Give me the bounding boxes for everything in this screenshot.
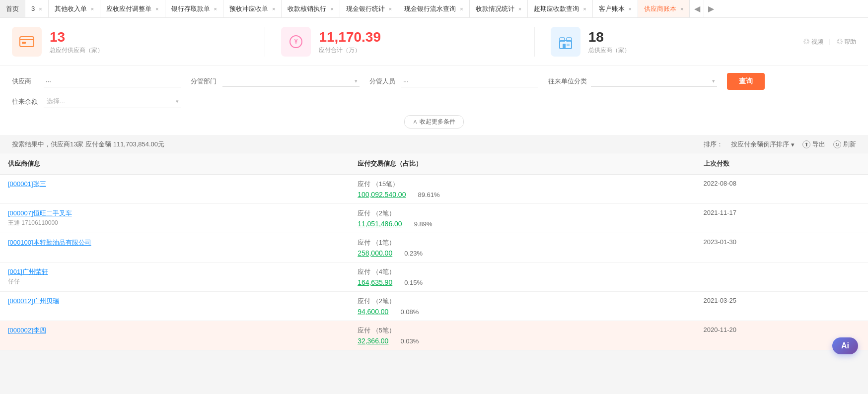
close-icon-other-income[interactable]: × [91, 6, 94, 12]
summary-card-supplier-payable: 13 总应付供应商（家） [12, 27, 265, 57]
nav-label-customer-ledger: 客户账本 [599, 4, 625, 13]
summary-card-total-payable: ¥ 11,170.39 应付合计（万） [281, 27, 534, 57]
tx-amount-link[interactable]: 11,051,486.00 [358, 220, 402, 228]
nav-item-collection[interactable]: 收款核销执行 × [282, 0, 340, 17]
close-icon-3[interactable]: × [39, 6, 42, 12]
close-icon-customer-ledger[interactable]: × [629, 6, 632, 12]
close-icon-supplier-ledger[interactable]: × [680, 6, 683, 12]
close-icon-prepay[interactable]: × [272, 6, 275, 12]
tx-amount-link[interactable]: 164,635.90 [358, 278, 392, 286]
nav-item-other-income[interactable]: 其他收入单 × [49, 0, 100, 17]
balance-select[interactable]: 选择... ▾ [44, 95, 181, 108]
svg-rect-9 [563, 44, 566, 49]
tx-amount-link[interactable]: 100,092,540.00 [358, 191, 406, 198]
help-link[interactable]: ◎ 帮助 [837, 38, 856, 46]
export-button[interactable]: ⬆ 导出 [802, 140, 825, 149]
close-icon-bank-deposit[interactable]: × [214, 6, 217, 12]
tx-info-cell: 应付 （2笔） 11,051,486.00 9.89% [350, 204, 695, 233]
tx-count: 应付 （15笔） [358, 180, 687, 189]
tx-amount-link[interactable]: 94,600.00 [358, 308, 388, 316]
tx-amount-link[interactable]: 258,000.00 [358, 249, 392, 257]
nav-label-bank-deposit: 银行存取款单 [171, 4, 210, 13]
close-icon-collection[interactable]: × [330, 6, 333, 12]
summary-value-2: 11,170.39 [319, 29, 381, 46]
person-input[interactable] [401, 75, 538, 87]
supplier-input[interactable] [44, 75, 181, 87]
last-payment-date: 2022-08-08 [704, 180, 737, 187]
total-supplier-icon [551, 27, 580, 57]
video-link[interactable]: ◎ 视频 [803, 38, 823, 46]
table-row: [001]广州荣轩 仔仔 应付 （4笔） 164,635.90 0.15% [0, 263, 868, 292]
nav-label-overdue: 超期应收款查询 [534, 4, 579, 13]
th-tx-info: 应付交易信息（占比） [350, 153, 695, 175]
nav-item-home[interactable]: 首页 [0, 0, 25, 17]
export-label: 导出 [812, 140, 825, 149]
nav-item-overdue[interactable]: 超期应收款查询 × [528, 0, 592, 17]
table-row: [000002]李四 应付 （5笔） 32,366.00 0.03% 2020-… [0, 321, 868, 350]
supplier-link[interactable]: [000001]张三 [8, 180, 46, 188]
supplier-link[interactable]: [000002]李四 [8, 327, 46, 334]
summary-info-2: 11,170.39 应付合计（万） [319, 29, 381, 55]
supplier-info-cell: [000100]本特勤油品有限公司 [0, 233, 350, 263]
tx-percent: 0.08% [400, 308, 419, 316]
person-filter-label: 分管人员 [369, 77, 397, 86]
nav-label-collection: 收款核销执行 [288, 4, 326, 13]
query-button[interactable]: 查询 [727, 73, 765, 90]
nav-item-bank-deposit[interactable]: 银行存取款单 × [165, 0, 223, 17]
nav-item-cash-bank-stat[interactable]: 现金银行统计 × [340, 0, 398, 17]
nav-item-receipt-stat[interactable]: 收款情况统计 × [470, 0, 528, 17]
svg-rect-3 [22, 42, 26, 44]
results-text: 搜索结果中，供应商13家 应付金额 111,703,854.00元 [12, 140, 164, 148]
tx-amount-link[interactable]: 32,366.00 [358, 337, 388, 345]
last-payment-date: 2023-01-30 [704, 238, 737, 246]
ai-button[interactable]: Ai [832, 337, 858, 350]
results-actions: 排序： 按应付余额倒序排序 ▾ ⬆ 导出 ↻ 刷新 [704, 140, 856, 149]
tx-percent: 89.61% [418, 191, 439, 198]
dept-select[interactable]: ▾ [222, 76, 360, 87]
sort-select[interactable]: 按应付余额倒序排序 ▾ [731, 140, 795, 149]
last-payment-cell [696, 263, 868, 292]
sort-select-value: 按应付余额倒序排序 [731, 140, 789, 149]
collapse-button[interactable]: ∧ 收起更多条件 [404, 115, 463, 129]
unit-category-select[interactable]: ▾ [591, 76, 717, 87]
tx-count: 应付 （5笔） [358, 326, 687, 335]
tx-row: 11,051,486.00 9.89% [358, 220, 687, 228]
close-icon-overdue[interactable]: × [583, 6, 586, 12]
nav-item-customer-ledger[interactable]: 客户账本 × [593, 0, 638, 17]
results-summary: 搜索结果中，供应商13家 应付金额 111,703,854.00元 [12, 140, 164, 149]
close-icon-cash-flow[interactable]: × [460, 6, 463, 12]
supplier-link[interactable]: [000007]恒旺二手叉车 [8, 209, 72, 217]
table-row: [000001]张三 应付 （15笔） 100,092,540.00 89.61… [0, 175, 868, 204]
balance-filter-label: 往来余额 [12, 97, 40, 106]
supplier-table: 供应商信息 应付交易信息（占比） 上次付数 [000001]张三 应付 （15笔… [0, 153, 868, 350]
close-icon-cash-bank-stat[interactable]: × [389, 6, 392, 12]
nav-next-arrow[interactable]: ▶ [704, 0, 718, 17]
tx-info-cell: 应付 （5笔） 32,366.00 0.03% [350, 321, 695, 350]
table-row: [000100]本特勤油品有限公司 应付 （1笔） 258,000.00 0.2… [0, 233, 868, 263]
nav-item-cash-flow[interactable]: 现金银行流水查询 × [398, 0, 469, 17]
nav-item-prepay[interactable]: 预收冲应收单 × [223, 0, 282, 17]
nav-label-cash-flow: 现金银行流水查询 [404, 4, 456, 13]
summary-label-3: 总供应商（家） [588, 46, 630, 55]
close-icon-adjustment[interactable]: × [155, 6, 158, 12]
supplier-link[interactable]: [000012]广州贝瑞 [8, 297, 59, 305]
summary-area: 13 总应付供应商（家） ¥ 11,170.39 应付合计（万） [0, 18, 868, 66]
filter-row-2: 往来余额 选择... ▾ [12, 95, 856, 108]
nav-item-3[interactable]: 3 × [25, 0, 49, 17]
nav-label-home: 首页 [6, 4, 19, 13]
nav-item-adjustment[interactable]: 应收应付调整单 × [100, 0, 165, 17]
close-icon-receipt-stat[interactable]: × [518, 6, 521, 12]
filter-item-person: 分管人员 [369, 75, 538, 87]
supplier-sub: 王通 17106110000 [8, 219, 342, 227]
last-payment-cell: 2023-01-30 [696, 233, 868, 263]
th-last-payment: 上次付数 [696, 153, 868, 175]
supplier-filter-label: 供应商 [12, 77, 40, 86]
nav-item-supplier-ledger[interactable]: 供应商账本 × [638, 0, 690, 17]
filter-row-1: 供应商 分管部门 ▾ 分管人员 往来单位分类 ▾ 查询 [12, 73, 856, 90]
nav-prev-arrow[interactable]: ◀ [690, 0, 704, 17]
supplier-link[interactable]: [000100]本特勤油品有限公司 [8, 239, 91, 246]
tx-row: 32,366.00 0.03% [358, 337, 687, 345]
supplier-link[interactable]: [001]广州荣轩 [8, 268, 48, 275]
refresh-button[interactable]: ↻ 刷新 [833, 140, 856, 149]
summary-label-2: 应付合计（万） [319, 46, 381, 55]
